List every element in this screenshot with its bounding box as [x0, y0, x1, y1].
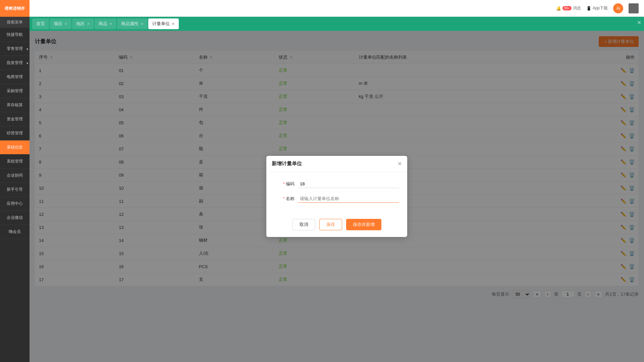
download-icon: 📱 [586, 6, 591, 11]
sidebar-label-system: 系统管理 [7, 159, 23, 164]
tab-projects-label: 项目 [54, 21, 62, 27]
tab-home-label: 首页 [36, 21, 45, 27]
header-right: 🔔 99+ 消息 📱 App下载 Ai [556, 3, 639, 13]
sidebar-item-finance[interactable]: 资金管理 [0, 112, 30, 126]
content-area: 计量单位 ＋新增计量单位 序号 ⇅ 编码 ⇅ 名称 ⇅ [30, 31, 644, 362]
tab-attributes-close[interactable]: ✕ [141, 22, 144, 26]
notification-area[interactable]: 🔔 99+ 消息 [556, 5, 581, 11]
sidebar-item-company[interactable]: 企业微信 [0, 211, 30, 225]
tab-units[interactable]: 计量单位 ✕ [148, 18, 179, 29]
sidebar-label-finance: 资金管理 [7, 117, 23, 121]
sidebar-label-ecommerce: 电商管理 [7, 74, 23, 79]
sidebar-label-basic: 基础信息 [7, 145, 23, 149]
tab-attributes[interactable]: 商品属性 ✕ [117, 18, 148, 29]
modal-title: 新增计量单位 [272, 161, 302, 167]
sidebar-label-appcenter: 应用中心 [7, 201, 23, 206]
app-logo: 橙树进销存 [0, 0, 30, 17]
sidebar-item-system[interactable]: 系统管理 [0, 155, 30, 169]
sidebar-item-appcenter[interactable]: 应用中心 [0, 197, 30, 211]
code-label: 编码 [274, 181, 294, 187]
sidebar-item-purchase[interactable]: 采购管理 [0, 84, 30, 98]
sidebar-label-company: 企业微信 [7, 215, 23, 220]
name-label: 名称 [274, 196, 294, 202]
sidebar-label-inventory: 库存核算 [7, 103, 23, 107]
bell-icon: 🔔 [556, 6, 561, 11]
modal-header: 新增计量单位 ✕ [266, 156, 407, 172]
sidebar-item-retail[interactable]: 零售管理 ▾ [0, 42, 30, 56]
code-input[interactable] [298, 180, 399, 188]
chevron-right-icon: ▾ [26, 47, 28, 51]
notification-badge: 99+ [562, 6, 572, 10]
sidebar-item-member[interactable]: 嗨会员 [0, 225, 30, 239]
user-avatar[interactable]: Ai [613, 3, 623, 13]
sidebar-label-wholesale: 批发管理 [7, 60, 23, 65]
tab-products[interactable]: 商品 ✕ [95, 18, 116, 29]
modal-close-button[interactable]: ✕ [397, 161, 402, 167]
sidebar-item-guide[interactable]: 新手引导 [0, 183, 30, 197]
name-input[interactable] [298, 195, 399, 203]
app-download[interactable]: 📱 App下载 [586, 5, 608, 11]
sidebar-label-cooperation: 企业协同 [7, 173, 23, 178]
tab-projects[interactable]: 项目 ✕ [50, 18, 71, 29]
sidebar-label-guide: 新手引导 [7, 187, 23, 192]
tab-products-label: 商品 [99, 21, 107, 27]
tab-regions-label: 地区 [76, 21, 85, 27]
tab-regions-close[interactable]: ✕ [87, 22, 90, 26]
tab-units-close[interactable]: ✕ [172, 22, 175, 26]
cancel-button[interactable]: 取消 [292, 219, 315, 230]
form-row-code: 编码 [274, 180, 399, 188]
company-logo[interactable] [629, 3, 639, 13]
sidebar-label-retail: 零售管理 [7, 46, 23, 51]
save-and-new-button[interactable]: 保存并新增 [346, 219, 381, 230]
main-area: 🔔 99+ 消息 📱 App下载 Ai 首页 项目 ✕ 地区 ✕ [30, 0, 644, 362]
modal-footer: 取消 保存 保存并新增 [266, 215, 407, 237]
tab-bar: 首页 项目 ✕ 地区 ✕ 商品 ✕ 商品属性 ✕ 计量单位 ✕ ✕ [30, 17, 644, 31]
add-unit-modal: 新增计量单位 ✕ 编码 名称 取消 保存 保存并新增 [266, 156, 407, 237]
search-menu[interactable]: 搜索菜单 [0, 17, 30, 28]
search-menu-label: 搜索菜单 [7, 20, 23, 24]
modal-body: 编码 名称 [266, 172, 407, 215]
tab-attributes-label: 商品属性 [121, 21, 139, 27]
quick-nav-label: 快捷导航 [7, 32, 23, 37]
tab-home[interactable]: 首页 [32, 18, 49, 29]
tab-units-label: 计量单位 [152, 21, 170, 27]
sidebar-item-operations[interactable]: 经营管理 [0, 126, 30, 140]
sidebar-quick-nav[interactable]: 快捷导航 [0, 28, 30, 42]
sidebar-label-purchase: 采购管理 [7, 88, 23, 93]
modal-overlay: 新增计量单位 ✕ 编码 名称 取消 保存 保存并新增 [30, 31, 644, 362]
sidebar-label-operations: 经营管理 [7, 131, 23, 135]
tab-products-close[interactable]: ✕ [109, 22, 112, 26]
notification-label: 消息 [573, 5, 581, 11]
sidebar-item-inventory[interactable]: 库存核算 [0, 98, 30, 112]
chevron-right-icon: ▾ [26, 61, 28, 65]
save-button[interactable]: 保存 [319, 219, 342, 230]
form-row-name: 名称 [274, 195, 399, 203]
sidebar-item-cooperation[interactable]: 企业协同 [0, 169, 30, 183]
sidebar-item-wholesale[interactable]: 批发管理 ▾ [0, 56, 30, 70]
sidebar-item-ecommerce[interactable]: 电商管理 [0, 70, 30, 84]
sidebar: 橙树进销存 搜索菜单 快捷导航 零售管理 ▾ 批发管理 ▾ 电商管理 采购管理 … [0, 0, 30, 362]
tab-regions[interactable]: 地区 ✕ [72, 18, 94, 29]
sidebar-label-member: 嗨会员 [9, 229, 21, 234]
close-all-tabs[interactable]: ✕ [637, 19, 641, 26]
logo-text: 橙树进销存 [5, 6, 25, 11]
top-header: 🔔 99+ 消息 📱 App下载 Ai [30, 0, 644, 17]
app-download-label: App下载 [593, 5, 608, 11]
sidebar-item-basic[interactable]: 基础信息 [0, 140, 30, 155]
tab-projects-close[interactable]: ✕ [64, 22, 67, 26]
